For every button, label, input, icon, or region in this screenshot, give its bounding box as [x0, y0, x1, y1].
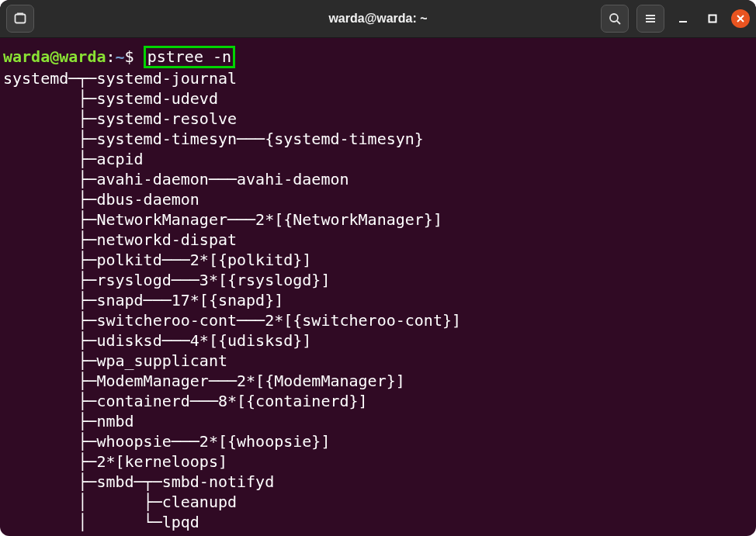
- hamburger-icon: [643, 12, 657, 26]
- menu-button[interactable]: [636, 5, 664, 33]
- window-title: warda@warda: ~: [328, 12, 427, 26]
- close-button[interactable]: [731, 9, 750, 28]
- new-tab-icon: [13, 12, 27, 26]
- titlebar: warda@warda: ~: [0, 0, 756, 38]
- terminal-output[interactable]: warda@warda:~$ pstree -n systemd─┬─syste…: [0, 38, 756, 536]
- svg-rect-0: [16, 15, 26, 23]
- prompt-dollar: $: [125, 47, 134, 66]
- minimize-icon: [678, 13, 688, 24]
- prompt-host: warda: [59, 47, 106, 66]
- command-highlight: pstree -n: [144, 46, 235, 68]
- minimize-button[interactable]: [672, 8, 694, 29]
- command-text: pstree -n: [147, 47, 231, 66]
- maximize-icon: [707, 13, 718, 24]
- prompt-at: @: [50, 47, 59, 66]
- svg-rect-7: [709, 16, 716, 22]
- prompt-colon: :: [106, 47, 115, 66]
- process-tree: systemd─┬─systemd-journal ├─systemd-udev…: [3, 69, 461, 531]
- prompt-user: warda: [3, 47, 50, 66]
- svg-point-1: [610, 14, 618, 22]
- search-icon: [608, 12, 622, 26]
- search-button[interactable]: [601, 5, 629, 33]
- svg-line-2: [617, 21, 620, 24]
- close-icon: [736, 14, 745, 23]
- terminal-window: warda@warda: ~: [0, 0, 756, 536]
- maximize-button[interactable]: [702, 8, 723, 29]
- prompt-path: ~: [116, 47, 125, 66]
- new-tab-button[interactable]: [6, 5, 34, 33]
